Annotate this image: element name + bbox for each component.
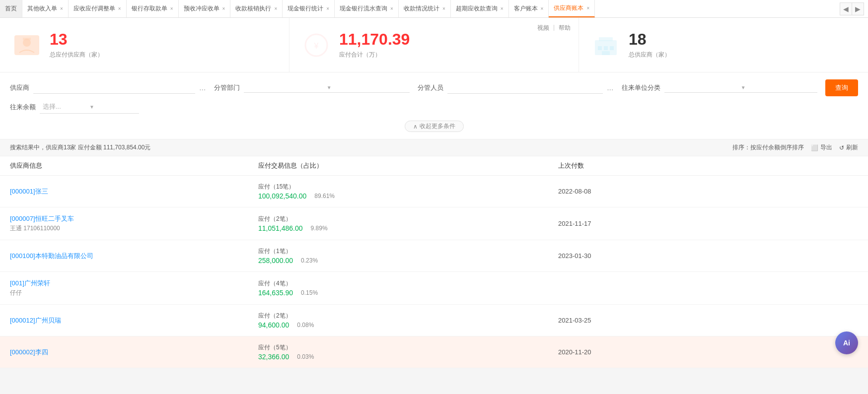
close-icon[interactable]: × (541, 6, 544, 11)
right-actions: 排序：按应付余额倒序排序 ⬜ 导出 ↺ 刷新 (732, 143, 858, 152)
transaction-amount[interactable]: 258,000.00 (258, 257, 293, 264)
person-input[interactable] (447, 82, 603, 94)
transaction-info-cell: 应付（2笔） 94,600.00 0.08% (258, 312, 558, 329)
balance-label: 往来余额 (10, 103, 36, 112)
sort-label[interactable]: 排序：按应付余额倒序排序 (732, 143, 804, 152)
svg-rect-6 (598, 46, 602, 50)
query-button[interactable]: 查询 (825, 79, 858, 96)
results-summary: 搜索结果中，供应商13家 应付金额 111,703,854.00元 (10, 143, 150, 152)
svg-rect-5 (599, 37, 613, 41)
supplier-info-cell: [000100]本特勤油品有限公司 (10, 252, 258, 261)
nav-tab-receipt-stat[interactable]: 收款情况统计 × (399, 0, 451, 17)
transaction-amount[interactable]: 32,366.00 (258, 353, 289, 361)
supplier-link[interactable]: [000007]恒旺二手叉车 (10, 214, 258, 223)
close-icon[interactable]: × (222, 6, 225, 11)
transaction-info-cell: 应付（2笔） 11,051,486.00 9.89% (258, 215, 558, 232)
table-row: [000002]李四 应付（5笔） 32,366.00 0.03% 2020-1… (0, 336, 868, 368)
results-bar: 搜索结果中，供应商13家 应付金额 111,703,854.00元 排序：按应付… (0, 139, 868, 156)
supplier-sub: 王通 17106110000 (10, 224, 258, 233)
close-icon[interactable]: × (118, 6, 121, 11)
last-payment-cell: 2022-08-08 (558, 188, 858, 195)
video-link[interactable]: 视频 (537, 24, 549, 32)
filter-balance: 往来余额 选择... ▼ (10, 100, 139, 114)
last-payment-cell: 2020-11-20 (558, 348, 858, 356)
supplier-link[interactable]: [000012]广州贝瑞 (10, 316, 258, 325)
transaction-amount[interactable]: 100,092,540.00 (258, 192, 306, 200)
card1-content: 13 总应付供应商（家） (50, 31, 103, 59)
collapse-toggle[interactable]: ∧ 收起更多条件 (405, 121, 464, 132)
filter-area: 供应商 ... 分管部门 ▼ 分管人员 ... 往来单位分类 ▼ 查询 往来 (0, 72, 868, 139)
col-last-payment: 上次付数 (558, 161, 858, 170)
close-icon[interactable]: × (326, 6, 329, 11)
top-links: 视频 | 帮助 (537, 24, 571, 32)
close-icon[interactable]: × (390, 6, 393, 11)
collapse-button-area: ∧ 收起更多条件 (10, 118, 858, 134)
supplier-input[interactable] (33, 82, 195, 94)
ai-fab-button[interactable]: Ai (835, 331, 858, 354)
transaction-row: 11,051,486.00 9.89% (258, 224, 558, 232)
balance-select[interactable]: 选择... ▼ (40, 100, 139, 114)
refresh-button[interactable]: ↺ 刷新 (839, 143, 858, 152)
close-icon[interactable]: × (586, 5, 589, 11)
total-payable-icon: ¥ (301, 30, 331, 60)
transaction-row: 100,092,540.00 89.61% (258, 192, 558, 200)
nav-next-arrow[interactable]: ▶ (852, 2, 864, 15)
nav-tab-bank-deposit[interactable]: 银行存取款单 × (127, 0, 179, 17)
nav-tab-cash-flow-query[interactable]: 现金银行流水查询 × (335, 0, 399, 17)
card3-content: 18 总供应商（家） (629, 31, 670, 59)
nav-arrows: ◀ ▶ (836, 2, 868, 15)
transaction-percent: 0.08% (297, 322, 314, 328)
table-row: [000012]广州贝瑞 应付（2笔） 94,600.00 0.08% 2021… (0, 305, 868, 336)
nav-tab-supplier-ledger[interactable]: 供应商账本 × (549, 0, 595, 17)
supplier-label: 供应商 (10, 83, 29, 92)
nav-tab-customer-ledger[interactable]: 客户账本 × (509, 0, 549, 17)
supplier-dots-icon[interactable]: ... (199, 83, 206, 92)
table-row: [000007]恒旺二手叉车 王通 17106110000 应付（2笔） 11,… (0, 207, 868, 240)
nav-tab-receipt-verify[interactable]: 收款核销执行 × (230, 0, 283, 17)
filter-unit-category: 往来单位分类 ▼ (622, 83, 818, 93)
supplier-table: 供应商信息 应付交易信息（占比） 上次付数 [000001]张三 应付（15笔）… (0, 156, 868, 368)
person-dots-icon[interactable]: ... (607, 83, 613, 92)
filter-row-1: 供应商 ... 分管部门 ▼ 分管人员 ... 往来单位分类 ▼ 查询 (10, 79, 858, 96)
supplier-link[interactable]: [000002]李四 (10, 348, 258, 357)
collapse-icon: ∧ (413, 123, 418, 130)
nav-prev-arrow[interactable]: ◀ (840, 2, 852, 15)
supplier-info-cell: [000001]张三 (10, 187, 258, 196)
transaction-row: 32,366.00 0.03% (258, 353, 558, 361)
table-header: 供应商信息 应付交易信息（占比） 上次付数 (0, 156, 868, 176)
supplier-link[interactable]: [001]广州荣轩 (10, 279, 258, 288)
unit-category-select[interactable]: ▼ (664, 83, 818, 93)
unit-category-dropdown-icon: ▼ (741, 85, 814, 90)
supplier-link[interactable]: [000001]张三 (10, 187, 258, 196)
transaction-label: 应付（2笔） (258, 215, 558, 223)
summary-bar: 13 总应付供应商（家） ¥ 11,170.39 应付合计（万） 视频 | 帮助 (0, 18, 868, 72)
transaction-info-cell: 应付（1笔） 258,000.00 0.23% (258, 247, 558, 264)
nav-tab-home[interactable]: 首页 (0, 0, 22, 17)
transaction-label: 应付（5笔） (258, 343, 558, 352)
transaction-percent: 9.89% (311, 225, 328, 232)
nav-tab-prepay-ar[interactable]: 预收冲应收单 × (179, 0, 231, 17)
nav-tab-cash-bank-stat[interactable]: 现金银行统计 × (283, 0, 335, 17)
supplier-info-cell: [000007]恒旺二手叉车 王通 17106110000 (10, 214, 258, 233)
export-button[interactable]: ⬜ 导出 (811, 143, 832, 152)
top-nav: 首页 其他收入单 × 应收应付调整单 × 银行存取款单 × 预收冲应收单 × 收… (0, 0, 868, 18)
last-payment-cell: 2021-03-25 (558, 317, 858, 324)
close-icon[interactable]: × (60, 6, 63, 11)
nav-tab-ar-ap-adjust[interactable]: 应收应付调整单 × (69, 0, 127, 17)
transaction-label: 应付（2笔） (258, 312, 558, 320)
help-link[interactable]: 帮助 (559, 24, 571, 32)
svg-text:¥: ¥ (314, 42, 319, 50)
close-icon[interactable]: × (442, 6, 445, 11)
transaction-amount[interactable]: 11,051,486.00 (258, 224, 303, 232)
last-payment-cell: 2021-11-17 (558, 220, 858, 227)
dept-select[interactable]: ▼ (244, 83, 410, 93)
transaction-amount[interactable]: 164,635.90 (258, 289, 293, 297)
nav-tab-other-income[interactable]: 其他收入单 × (22, 0, 69, 17)
close-icon[interactable]: × (170, 6, 173, 11)
close-icon[interactable]: × (274, 6, 277, 11)
nav-tab-overdue-ar[interactable]: 超期应收款查询 × (451, 0, 509, 17)
close-icon[interactable]: × (501, 6, 504, 11)
filter-supplier: 供应商 ... (10, 82, 206, 94)
supplier-link[interactable]: [000100]本特勤油品有限公司 (10, 252, 258, 261)
transaction-amount[interactable]: 94,600.00 (258, 321, 289, 329)
